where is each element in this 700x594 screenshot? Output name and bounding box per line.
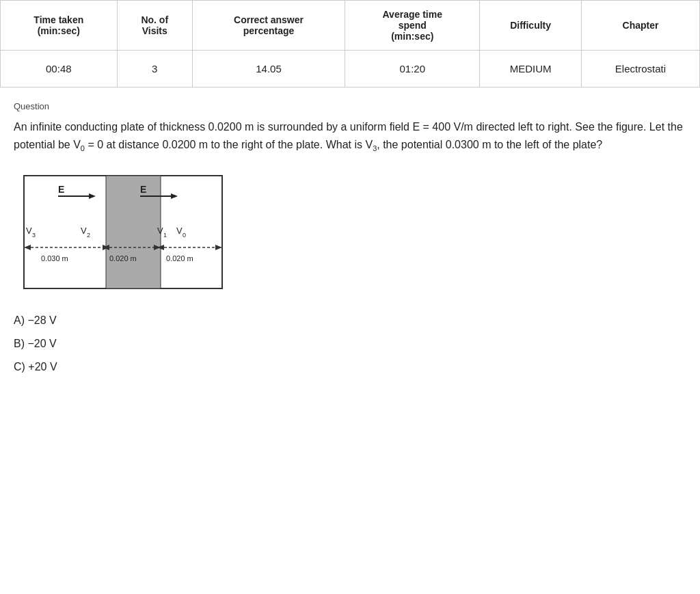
distance-030: 0.030 m [41,254,68,262]
svg-rect-1 [106,176,161,288]
cell-avg-time: 01:20 [345,51,480,87]
answer-label-a: A) [14,314,27,326]
svg-marker-13 [215,245,222,250]
cell-difficulty: MEDIUM [480,51,582,87]
question-text: An infinite conducting plate of thicknes… [14,118,686,154]
distance-020-plate: 0.020 m [109,254,137,262]
stats-table: Time taken(min:sec) No. ofVisits Correct… [0,0,700,87]
v0-subscript: 0 [183,232,186,239]
answer-label-b: B) [14,338,27,349]
v1-label: V [157,226,163,236]
cell-chapter: Electrostati [581,51,699,87]
cell-no-visits: 3 [117,51,192,87]
cell-correct-pct: 14.05 [192,51,345,87]
col-header-difficulty: Difficulty [480,1,582,51]
v0-label: V [176,226,183,236]
e-label-left: E [58,184,64,195]
question-label: Question [14,101,686,111]
svg-marker-8 [24,245,31,250]
answer-options: A) −28 V B) −20 V C) +20 V [0,314,700,373]
col-header-chapter: Chapter [581,1,699,51]
answer-option-c: C) +20 V [14,361,686,373]
distance-020-right: 0.020 m [166,254,193,262]
answer-value-c: +20 V [28,361,57,373]
svg-marker-5 [171,193,178,199]
v2-subscript: 2 [87,232,90,239]
answer-option-a: A) −28 V [14,314,686,327]
e-label-right: E [140,184,146,195]
cell-time-taken: 00:48 [1,51,118,87]
table-row: 00:48 3 14.05 01:20 MEDIUM Electrostati [1,51,700,87]
answer-value-a: −28 V [27,314,56,326]
v1-subscript: 1 [163,232,167,239]
physics-figure: E E V 3 V 2 V 1 V 0 0.030 m [21,172,226,292]
col-header-visits: No. ofVisits [117,1,192,51]
figure-svg: E E V 3 V 2 V 1 V 0 0.030 m [21,172,226,292]
v2-label: V [81,226,87,236]
svg-marker-3 [89,193,96,199]
col-header-time: Time taken(min:sec) [1,1,118,51]
col-header-avg-time: Average timespend(min:sec) [345,1,480,51]
answer-label-c: C) [14,361,28,373]
v3-label: V [26,226,32,236]
answer-option-b: B) −20 V [14,338,686,350]
question-section: Question An infinite conducting plate of… [0,87,700,314]
v3-subscript: 3 [32,232,36,239]
answer-value-b: −20 V [27,338,56,349]
col-header-correct: Correct answerpercentage [192,1,345,51]
